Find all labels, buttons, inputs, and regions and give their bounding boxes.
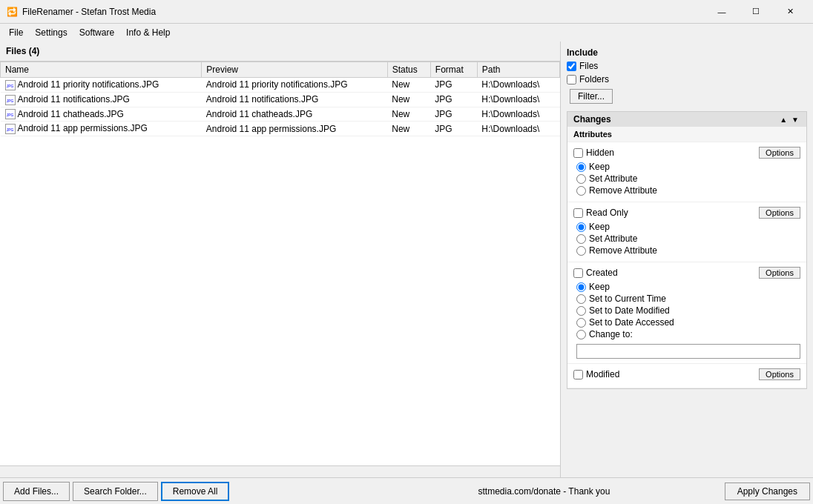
folders-checkbox[interactable] — [567, 75, 576, 84]
readonly-keep-radio[interactable] — [576, 222, 586, 232]
menu-file[interactable]: File — [3, 26, 29, 39]
window-controls: — ☐ ✕ — [705, 0, 807, 24]
created-attr-row: Created Options — [573, 267, 800, 279]
created-options-button[interactable]: Options — [759, 267, 800, 279]
hidden-remove-radio[interactable] — [576, 186, 586, 196]
created-current-row: Set to Current Time — [576, 294, 800, 304]
left-panel: Files (4) Name Preview Status Format Pat… — [0, 42, 561, 477]
readonly-remove-radio[interactable] — [576, 246, 586, 256]
collapse-down-button[interactable]: ▼ — [790, 116, 800, 124]
readonly-attr-row: Read Only Options — [573, 207, 800, 219]
collapse-up-button[interactable]: ▲ — [778, 116, 789, 124]
maximize-button[interactable]: ☐ — [739, 0, 773, 24]
changes-section: Changes ▲ ▼ Attributes Hidden — [567, 111, 807, 389]
horizontal-scrollbar[interactable] — [0, 465, 560, 477]
files-checkbox[interactable] — [567, 62, 576, 71]
hidden-set-label: Set Attribute — [589, 173, 637, 184]
main-area: Files (4) Name Preview Status Format Pat… — [0, 42, 813, 477]
created-radio-group: Keep Set to Current Time Set to Date Mod… — [576, 282, 800, 359]
modified-checkbox[interactable] — [573, 370, 583, 379]
folders-label: Folders — [579, 74, 609, 84]
created-date-input[interactable]: 6/16/2020 4:50:17 — [576, 344, 800, 359]
col-preview[interactable]: Preview — [202, 62, 387, 78]
cell-status: New — [387, 92, 430, 107]
readonly-remove-label: Remove Attribute — [589, 245, 657, 256]
folders-checkbox-row: Folders — [567, 74, 807, 84]
menu-settings[interactable]: Settings — [29, 26, 73, 39]
created-change-to-row: Change to: — [576, 329, 800, 339]
table-row[interactable]: JPGAndroid 11 priority notifications.JPG… — [1, 78, 560, 93]
readonly-checkbox[interactable] — [573, 208, 583, 218]
search-folder-button[interactable]: Search Folder... — [73, 482, 158, 501]
readonly-set-radio[interactable] — [576, 234, 586, 244]
cell-preview: Android 11 priority notifications.JPG — [202, 78, 387, 93]
hidden-keep-label: Keep — [589, 162, 610, 172]
cell-name: JPGAndroid 11 app permissions.JPG — [1, 122, 202, 136]
cell-name: JPGAndroid 11 chatheads.JPG — [1, 107, 202, 122]
close-button[interactable]: ✕ — [773, 0, 807, 24]
created-attr-label: Created — [573, 268, 618, 278]
right-scroll-area[interactable]: Include Files Folders Filter... Changes … — [561, 42, 813, 477]
created-change-to-radio[interactable] — [576, 330, 586, 339]
col-name[interactable]: Name — [1, 62, 202, 78]
hidden-radio-group: Keep Set Attribute Remove Attribute — [576, 162, 800, 196]
cell-path: H:\Downloads\ — [477, 122, 559, 136]
cell-path: H:\Downloads\ — [477, 78, 559, 93]
status-text: sttmedia.com/donate - Thank you — [363, 486, 724, 497]
col-status[interactable]: Status — [387, 62, 430, 78]
bottom-left-buttons: Add Files... Search Folder... Remove All — [3, 482, 363, 501]
table-row[interactable]: JPGAndroid 11 chatheads.JPG Android 11 c… — [1, 107, 560, 122]
modified-attr-row: Modified Options — [573, 368, 800, 380]
readonly-remove-row: Remove Attribute — [576, 245, 800, 256]
add-files-button[interactable]: Add Files... — [3, 482, 70, 501]
app-icon: 🔁 — [6, 6, 18, 18]
hidden-set-radio[interactable] — [576, 174, 586, 184]
col-path[interactable]: Path — [477, 62, 559, 78]
created-date-modified-label: Set to Date Modified — [589, 305, 670, 316]
minimize-button[interactable]: — — [705, 0, 739, 24]
created-keep-radio[interactable] — [576, 282, 586, 292]
collapse-controls: ▲ ▼ — [778, 116, 800, 124]
cell-status: New — [387, 107, 430, 122]
cell-preview: Android 11 notifications.JPG — [202, 92, 387, 107]
hidden-label: Hidden — [586, 147, 614, 158]
apply-changes-button[interactable]: Apply Changes — [725, 483, 810, 500]
table-row[interactable]: JPGAndroid 11 app permissions.JPG Androi… — [1, 122, 560, 136]
created-date-accessed-row: Set to Date Accessed — [576, 317, 800, 328]
created-change-to-label: Change to: — [589, 329, 633, 339]
changes-title: Changes — [573, 114, 611, 125]
remove-all-button[interactable]: Remove All — [161, 482, 230, 501]
created-date-modified-row: Set to Date Modified — [576, 305, 800, 316]
col-format[interactable]: Format — [430, 62, 477, 78]
menu-info-help[interactable]: Info & Help — [120, 26, 176, 39]
cell-status: New — [387, 122, 430, 136]
modified-label: Modified — [586, 369, 619, 379]
created-current-radio[interactable] — [576, 294, 586, 304]
filter-button[interactable]: Filter... — [570, 89, 613, 104]
created-checkbox[interactable] — [573, 268, 583, 278]
created-keep-label: Keep — [589, 282, 610, 292]
right-panel: Include Files Folders Filter... Changes … — [561, 42, 813, 477]
cell-status: New — [387, 78, 430, 93]
app-title: FileRenamer - Stefan Trost Media — [22, 7, 705, 17]
menu-bar: File Settings Software Info & Help — [0, 24, 813, 42]
hidden-set-row: Set Attribute — [576, 173, 800, 184]
files-label: Files — [579, 61, 598, 71]
hidden-attr-label: Hidden — [573, 147, 614, 158]
readonly-options-button[interactable]: Options — [759, 207, 800, 219]
hidden-attr-row: Hidden Options — [573, 147, 800, 159]
bottom-bar: Add Files... Search Folder... Remove All… — [0, 477, 813, 504]
cell-name: JPGAndroid 11 notifications.JPG — [1, 92, 202, 107]
created-date-accessed-radio[interactable] — [576, 318, 586, 328]
created-date-modified-radio[interactable] — [576, 306, 586, 316]
created-current-label: Set to Current Time — [589, 294, 666, 304]
readonly-keep-label: Keep — [589, 222, 610, 232]
table-row[interactable]: JPGAndroid 11 notifications.JPG Android … — [1, 92, 560, 107]
include-section: Include Files Folders Filter... — [567, 47, 807, 104]
modified-options-button[interactable]: Options — [759, 368, 800, 380]
readonly-label: Read Only — [586, 208, 628, 218]
menu-software[interactable]: Software — [73, 26, 120, 39]
hidden-keep-radio[interactable] — [576, 162, 586, 172]
hidden-checkbox[interactable] — [573, 148, 583, 158]
hidden-options-button[interactable]: Options — [759, 147, 800, 159]
